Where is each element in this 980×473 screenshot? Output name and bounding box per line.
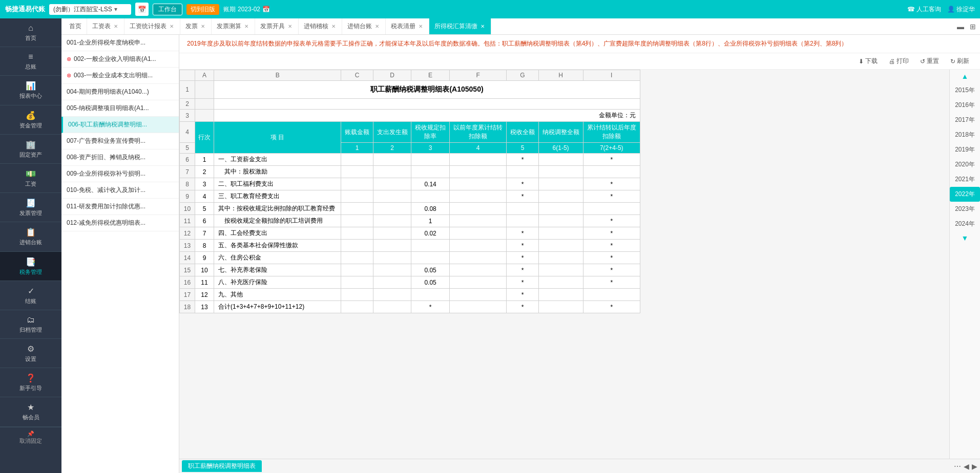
year-2017[interactable]: 2017年: [950, 113, 980, 127]
unit-label: 金额单位：元: [214, 110, 640, 122]
year-2024[interactable]: 2024年: [950, 217, 980, 231]
error-icon-002: ⊗: [67, 56, 71, 62]
col-num-1: 1: [341, 143, 373, 154]
tab-tax-list-close[interactable]: ✕: [418, 24, 424, 29]
download-button[interactable]: ⬇ 下载: [856, 56, 881, 67]
left-item-002[interactable]: ⊗ 002-一般企业收入明细表(A1...: [61, 51, 179, 68]
sidebar-item-close[interactable]: ✓ 结账: [0, 281, 61, 310]
tab-income-tax[interactable]: 所得税汇算清缴 ✕: [429, 18, 491, 35]
bottom-sheet-label: 职工薪酬纳税调整明细表: [188, 462, 256, 469]
tab-invoice-calc-close[interactable]: ✕: [243, 24, 249, 29]
left-item-012[interactable]: 012-减免所得税优惠明细表...: [61, 215, 179, 231]
tab-ledger-close[interactable]: ✕: [374, 24, 380, 29]
year-down-button[interactable]: ▼: [950, 231, 980, 245]
company-selector[interactable]: (勿删）江西韶宝-LSS ▾: [49, 4, 131, 15]
left-item-010[interactable]: 010-免税、减计收入及加计...: [61, 182, 179, 199]
year-2018[interactable]: 2018年: [950, 127, 980, 142]
tab-payroll-close[interactable]: ✕: [113, 24, 119, 29]
refresh-button[interactable]: ↻ 刷新: [947, 56, 972, 67]
reset-button[interactable]: ↺ 重置: [917, 56, 942, 67]
tabs-collapse-icon[interactable]: ▬: [955, 23, 966, 31]
data-row-15: 15 10 七、补充养老保险 0.05 * *: [180, 264, 640, 276]
sidebar-item-invoice[interactable]: 🧾 发票管理: [0, 193, 61, 222]
bottom-dots-icon[interactable]: ⋯: [954, 462, 961, 470]
tab-payroll-stats[interactable]: 工资统计报表 ✕: [124, 18, 180, 35]
year-2023[interactable]: 2023年: [950, 202, 980, 217]
tab-audit-close[interactable]: ✕: [330, 24, 337, 29]
year-2022[interactable]: 2022年: [950, 187, 980, 202]
left-item-005[interactable]: 005-纳税调整项目明细表(A1...: [61, 100, 179, 117]
left-item-011[interactable]: 011-研发费用加计扣除优惠...: [61, 199, 179, 215]
company-label: (勿删）江西韶宝-LSS: [53, 5, 112, 14]
tab-invoice-issue-close[interactable]: ✕: [287, 24, 293, 29]
sidebar-item-home[interactable]: ⌂ 首页: [0, 18, 61, 47]
workbench-button[interactable]: 工作台: [153, 4, 182, 15]
switch-button[interactable]: 切到旧版: [186, 4, 219, 15]
sidebar-label-assets: 固定资产: [19, 152, 42, 158]
guide-icon: ❓: [26, 373, 36, 383]
sidebar-item-settings[interactable]: ⚙ 设置: [0, 339, 61, 368]
close-icon: ✓: [28, 286, 34, 296]
tab-invoice-issue[interactable]: 发票开具 ✕: [255, 18, 299, 35]
bottom-scroll-right-icon[interactable]: ▶: [972, 462, 977, 470]
left-item-007[interactable]: 007-广告费和业务宣传费明...: [61, 133, 179, 149]
bottom-tab-icons: ⋯ ◀ ▶: [954, 462, 977, 470]
bottom-tab-bar: 职工薪酬纳税调整明细表 ⋯ ◀ ▶: [179, 459, 980, 473]
bottom-scroll-left-icon[interactable]: ◀: [964, 462, 969, 470]
sidebar-item-archive[interactable]: 🗂 归档管理: [0, 310, 61, 339]
print-button[interactable]: 🖨 打印: [886, 56, 912, 67]
year-up-button[interactable]: ▲: [950, 70, 980, 83]
tab-payroll-stats-close[interactable]: ✕: [169, 24, 175, 29]
tab-invoice-close[interactable]: ✕: [200, 24, 206, 29]
col-H-header: H: [538, 70, 583, 81]
calendar-icon-btn[interactable]: 📅: [135, 3, 149, 16]
tabs-expand-icon[interactable]: ⊞: [968, 23, 977, 31]
tab-invoice-calc[interactable]: 发票测算 ✕: [212, 18, 255, 35]
left-item-008[interactable]: 008-资产折旧、摊销及纳税...: [61, 149, 179, 166]
left-item-003[interactable]: ⊗ 003-一般企业成本支出明细...: [61, 68, 179, 84]
tab-payroll-stats-label: 工资统计报表: [130, 22, 166, 31]
left-item-009-label: 009-企业所得税弥补亏损明...: [67, 169, 145, 178]
cancel-pin-button[interactable]: 📌 取消固定: [0, 427, 61, 448]
left-item-004[interactable]: 004-期间费用明细表(A1040...): [61, 84, 179, 100]
help-button[interactable]: ☎ 人工客询: [907, 5, 941, 14]
toolbar: ⬇ 下载 🖨 打印 ↺ 重置 ↻ 刷新: [179, 53, 980, 70]
header-c2: 支出发生额: [373, 122, 411, 143]
sidebar-item-finance[interactable]: 💰 资金管理: [0, 105, 61, 135]
sidebar-label-ledger: 总账: [25, 63, 36, 70]
warning-bar: 2019年度步及取以前年度结转数据的申报表单元格需要手工操作正确，才能保证本年及…: [179, 35, 980, 53]
tab-tax-list[interactable]: 税表清册 ✕: [386, 18, 429, 35]
tab-income-tax-close[interactable]: ✕: [479, 24, 486, 29]
sidebar-item-reports[interactable]: 📊 报表中心: [0, 76, 61, 105]
home-icon: ⌂: [28, 24, 33, 33]
year-2019[interactable]: 2019年: [950, 142, 980, 157]
tab-audit[interactable]: 进销稽核 ✕: [299, 18, 342, 35]
year-2020[interactable]: 2020年: [950, 157, 980, 172]
tab-ledger[interactable]: 进销台账 ✕: [342, 18, 386, 35]
tab-invoice[interactable]: 发票 ✕: [180, 18, 212, 35]
sidebar-item-member[interactable]: ★ 畅会员: [0, 397, 61, 426]
tab-payroll[interactable]: 工资表 ✕: [87, 18, 124, 35]
left-item-006[interactable]: 006-职工薪酬纳税调整明细...: [61, 117, 179, 133]
sidebar-item-assets[interactable]: 🏢 固定资产: [0, 135, 61, 164]
sidebar-item-salary[interactable]: 💵 工资: [0, 164, 61, 193]
sidebar-label-settings: 设置: [25, 356, 36, 362]
period-calendar-icon[interactable]: 📅: [262, 6, 270, 13]
bottom-sheet-tab[interactable]: 职工薪酬纳税调整明细表: [182, 460, 262, 472]
year-2015[interactable]: 2015年: [950, 83, 980, 98]
data-row-7: 7 2 其中：股权激励: [180, 166, 640, 178]
sidebar-item-tax[interactable]: 📑 税务管理: [0, 252, 61, 281]
year-2016[interactable]: 2016年: [950, 98, 980, 113]
pin-icon: 📌: [27, 431, 34, 437]
sidebar-item-ledger[interactable]: ≡ 总账: [0, 47, 61, 76]
sidebar-item-guide[interactable]: ❓ 新手引导: [0, 368, 61, 397]
sidebar-item-purchases[interactable]: 📋 进销台账: [0, 222, 61, 251]
period-label: 账期: [223, 5, 236, 14]
left-item-009[interactable]: 009-企业所得税弥补亏损明...: [61, 166, 179, 182]
col-num-3: 3: [411, 143, 450, 154]
year-2021[interactable]: 2021年: [950, 172, 980, 187]
tab-home-label: 首页: [69, 22, 81, 31]
left-item-001[interactable]: 001-企业所得税年度纳税申...: [61, 35, 179, 51]
user-menu[interactable]: 👤 徐淀华: [947, 5, 975, 14]
tab-home[interactable]: 首页: [64, 18, 87, 35]
